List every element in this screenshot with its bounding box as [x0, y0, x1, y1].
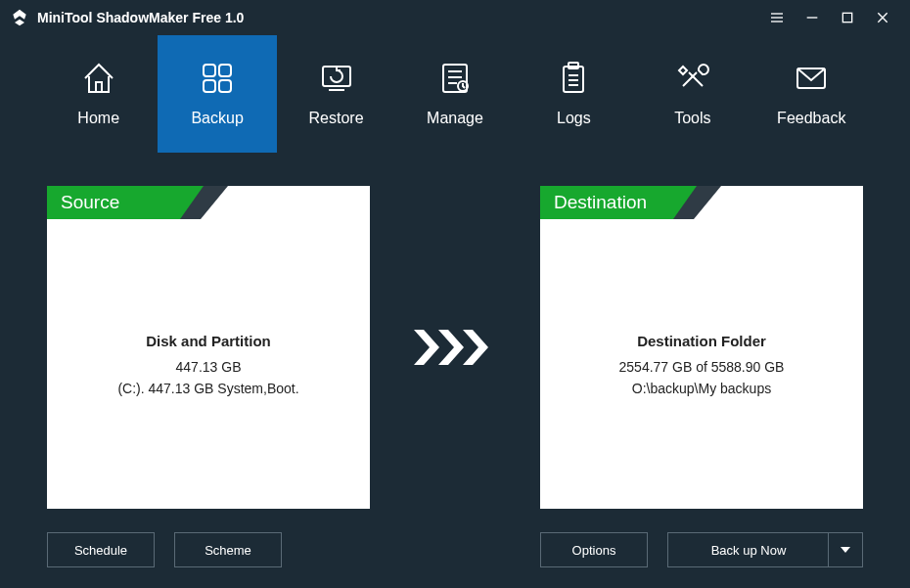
nav-manage[interactable]: Manage: [395, 35, 514, 153]
svg-marker-24: [414, 330, 439, 365]
nav-label: Backup: [191, 110, 243, 127]
destination-heading: Destination Folder: [637, 333, 766, 349]
nav-restore[interactable]: Restore: [277, 35, 395, 153]
home-icon: [79, 61, 118, 96]
nav-label: Manage: [427, 110, 483, 127]
arrow-indicator: [370, 186, 540, 509]
app-title: MiniTool ShadowMaker Free 1.0: [37, 10, 759, 25]
backup-icon: [198, 61, 237, 96]
svg-rect-9: [204, 80, 215, 92]
manage-icon: [435, 61, 475, 96]
nav-label: Logs: [557, 110, 591, 127]
nav-label: Home: [77, 110, 119, 127]
maximize-button[interactable]: [830, 0, 865, 35]
source-header-label: Source: [47, 186, 204, 219]
destination-button-row: Options Back up Now: [540, 532, 863, 567]
title-bar: MiniTool ShadowMaker Free 1.0: [0, 0, 910, 35]
source-button-row: Schedule Scheme: [47, 532, 370, 567]
feedback-icon: [792, 61, 831, 96]
source-column: Source Disk and Partition 447.13 GB (C:)…: [47, 186, 370, 574]
source-size: 447.13 GB: [176, 359, 242, 375]
source-heading: Disk and Partition: [146, 333, 271, 349]
backup-content: Source Disk and Partition 447.13 GB (C:)…: [0, 153, 910, 588]
svg-marker-25: [438, 330, 464, 365]
svg-rect-8: [219, 65, 231, 76]
scheme-button[interactable]: Scheme: [174, 532, 282, 567]
nav-label: Feedback: [777, 110, 845, 127]
logs-icon: [554, 61, 593, 96]
minimize-button[interactable]: [795, 0, 830, 35]
source-panel-body: Disk and Partition 447.13 GB (C:). 447.1…: [47, 219, 370, 509]
source-panel-header: Source: [47, 186, 370, 219]
tools-icon: [673, 61, 712, 96]
destination-size: 2554.77 GB of 5588.90 GB: [619, 359, 785, 375]
source-detail: (C:). 447.13 GB System,Boot.: [117, 381, 298, 396]
nav-backup[interactable]: Backup: [158, 35, 276, 153]
app-logo-icon: [10, 8, 29, 27]
destination-panel-body: Destination Folder 2554.77 GB of 5588.90…: [540, 219, 863, 509]
destination-header-label: Destination: [540, 186, 697, 219]
main-nav: Home Backup Restore Manage Logs Tools: [0, 35, 910, 153]
destination-panel-header: Destination: [540, 186, 863, 219]
nav-home[interactable]: Home: [39, 35, 158, 153]
nav-logs[interactable]: Logs: [515, 35, 633, 153]
restore-icon: [317, 61, 356, 96]
svg-rect-7: [204, 65, 215, 76]
nav-label: Restore: [309, 110, 364, 127]
nav-label: Tools: [674, 110, 710, 127]
nav-tools[interactable]: Tools: [633, 35, 751, 153]
svg-rect-10: [219, 80, 231, 92]
options-button[interactable]: Options: [540, 532, 648, 567]
destination-column: Destination Destination Folder 2554.77 G…: [540, 186, 863, 574]
schedule-button[interactable]: Schedule: [47, 532, 155, 567]
backup-now-button[interactable]: Back up Now: [667, 532, 863, 567]
svg-marker-26: [463, 330, 488, 365]
destination-detail: O:\backup\My backups: [632, 381, 771, 396]
destination-panel[interactable]: Destination Destination Folder 2554.77 G…: [540, 186, 863, 509]
nav-feedback[interactable]: Feedback: [752, 35, 871, 153]
source-panel[interactable]: Source Disk and Partition 447.13 GB (C:)…: [47, 186, 370, 509]
chevron-right-icon: [406, 328, 504, 367]
menu-button[interactable]: [759, 0, 795, 35]
svg-rect-4: [842, 13, 851, 22]
close-button[interactable]: [865, 0, 900, 35]
